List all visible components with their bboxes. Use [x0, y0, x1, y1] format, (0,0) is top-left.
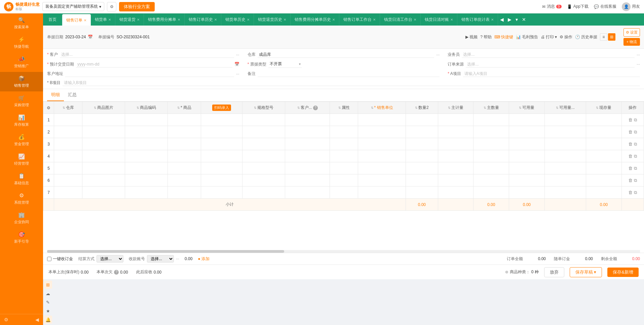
row-4-avail[interactable]	[509, 150, 545, 162]
row-6-stock[interactable]	[586, 174, 622, 187]
row-3-attr[interactable]	[330, 138, 358, 150]
row-3-stock[interactable]	[586, 138, 622, 150]
row-3-delete-icon[interactable]: 🗑	[628, 141, 633, 147]
customer-code-info-icon[interactable]: ?	[313, 106, 318, 110]
warehouse-dots[interactable]: ···	[436, 52, 440, 57]
row-4-delete-icon[interactable]: 🗑	[628, 154, 633, 159]
row-5-unit[interactable]	[358, 162, 406, 174]
row-4-code[interactable]	[125, 150, 168, 162]
calendar-icon[interactable]: 📅	[88, 35, 93, 39]
row-6-spec[interactable]	[242, 174, 285, 187]
product-sort-icon[interactable]: ⇅	[177, 106, 180, 110]
row-3-code[interactable]	[125, 138, 168, 150]
row-1-product[interactable]	[168, 114, 201, 126]
tab-sales-return-close-icon[interactable]: ✕	[108, 18, 111, 22]
row-6-delete-icon[interactable]: 🗑	[628, 178, 633, 183]
sidebar-item-inventory[interactable]: 📊 库存核算	[0, 111, 43, 130]
customer-code-sort-icon[interactable]: ⇅	[297, 106, 300, 110]
remark-input[interactable]	[258, 71, 440, 77]
tab-return-history[interactable]: 销货单历史 ✕	[221, 13, 254, 26]
sidebar-item-guide[interactable]: 🎯 新手引导	[0, 228, 43, 247]
row-1-spec[interactable]	[242, 114, 285, 126]
tab-cash-daily-workbench[interactable]: 钱货日清工作台 ✕	[380, 13, 421, 26]
row-1-main-unit[interactable]	[438, 114, 473, 126]
row-3-avail2[interactable]	[544, 138, 586, 150]
salesperson-dots[interactable]: ···	[637, 52, 640, 57]
right-panel-alert-icon[interactable]: 🔔	[44, 316, 52, 324]
current-credit-info-icon[interactable]: ?	[114, 270, 119, 275]
row-3-unit[interactable]	[358, 138, 406, 150]
row-3-customer-code[interactable]	[285, 138, 330, 150]
tab-sales-return[interactable]: 销货单 ✕	[91, 13, 115, 26]
right-panel-cloud-icon[interactable]: ☁	[44, 289, 52, 297]
row-3-copy-icon[interactable]: ⧉	[634, 141, 637, 147]
message-item[interactable]: ✉ 消息 9	[542, 4, 562, 9]
row-1-copy-icon[interactable]: ⧉	[634, 117, 637, 123]
sidebar-settings-icon[interactable]: ⚙	[4, 317, 8, 322]
tab-summary[interactable]: 汇总	[64, 89, 81, 101]
available-qty-sort-icon[interactable]: ⇅	[519, 106, 522, 110]
row-7-unit[interactable]	[358, 187, 406, 199]
user-item[interactable]: 👤 用友	[622, 2, 640, 11]
sidebar-item-basic-info[interactable]: 📋 基础信息	[0, 169, 43, 189]
row-1-avail2[interactable]	[544, 114, 586, 126]
row-1-qty2[interactable]	[406, 114, 438, 126]
salesperson-input[interactable]	[462, 51, 635, 58]
save-draft-btn[interactable]: 保存草稿 ▾	[570, 267, 602, 277]
row-6-copy-icon[interactable]: ⧉	[634, 178, 637, 183]
row-7-spec[interactable]	[242, 187, 285, 199]
row-4-stock[interactable]	[586, 150, 622, 162]
row-5-copy-icon[interactable]: ⧉	[634, 166, 637, 171]
table-scrollbar[interactable]	[47, 250, 640, 253]
history-btn[interactable]: 🕐 历史单据	[575, 34, 597, 40]
tab-cash-daily-reconcile-close-icon[interactable]: ✕	[450, 18, 453, 22]
tab-return-goods-history[interactable]: 销货退货历史 ✕	[254, 13, 291, 26]
address-dots[interactable]: ···	[236, 72, 239, 76]
invoice-type-select[interactable]: 不开票 ▾	[268, 60, 302, 68]
row-2-qty2[interactable]	[406, 126, 438, 138]
row-4-attr[interactable]	[330, 150, 358, 162]
row-5-product[interactable]	[168, 162, 201, 174]
help-btn[interactable]: ? 帮助	[480, 34, 492, 40]
tab-expense-split[interactable]: 销售费用分摊单 ✕	[144, 13, 185, 26]
tab-sales-return-goods-close-icon[interactable]: ✕	[137, 18, 140, 22]
right-panel-settings-icon[interactable]: ⊞	[44, 281, 52, 289]
main-unit-sort-icon[interactable]: ⇅	[448, 106, 451, 110]
row-7-avail[interactable]	[509, 187, 545, 199]
row-7-avail2[interactable]	[544, 187, 586, 199]
row-6-product[interactable]	[168, 174, 201, 187]
tab-return-goods-history-close-icon[interactable]: ✕	[283, 18, 286, 22]
tab-menu-btn[interactable]: ▾	[514, 17, 520, 22]
tab-sales-stats-close-icon[interactable]: ✕	[491, 18, 494, 22]
shortcut-btn[interactable]: ⌨ 快捷键	[494, 34, 513, 40]
sidebar-item-enterprise[interactable]: 🏢 企业协同	[0, 208, 43, 228]
row-5-main-qty[interactable]	[473, 162, 509, 174]
row-2-delete-icon[interactable]: 🗑	[628, 129, 633, 135]
row-5-avail2[interactable]	[544, 162, 586, 174]
discard-btn[interactable]: 放弃	[544, 267, 564, 277]
row-2-avail2[interactable]	[544, 126, 586, 138]
delivery-cal-icon[interactable]: 📅	[234, 62, 239, 67]
row-7-code[interactable]	[125, 187, 168, 199]
row-4-unit[interactable]	[358, 150, 406, 162]
row-1-avail[interactable]	[509, 114, 545, 126]
row-3-main-qty[interactable]	[473, 138, 509, 150]
spec-sort-icon[interactable]: ⇅	[254, 106, 257, 110]
order-source-input[interactable]	[466, 61, 635, 68]
row-7-delete-icon[interactable]: 🗑	[628, 190, 633, 195]
tab-order-history[interactable]: 销售订单历史 ✕	[185, 13, 221, 26]
row-1-customer-code[interactable]	[285, 114, 330, 126]
tab-home[interactable]: 首页	[43, 13, 62, 26]
sidebar-item-finance[interactable]: 💰 资金管理	[0, 130, 43, 150]
row-5-warehouse[interactable]	[54, 162, 82, 174]
row-1-delete-icon[interactable]: 🗑	[628, 117, 633, 123]
save-new-btn[interactable]: 保存&新增	[607, 268, 639, 277]
sidebar-collapse-icon[interactable]: ◀	[35, 317, 39, 322]
row-3-avail[interactable]	[509, 138, 545, 150]
row-1-unit[interactable]	[358, 114, 406, 126]
row-5-main-unit[interactable]	[438, 162, 473, 174]
print-btn[interactable]: 🖨 打印 ▾	[541, 34, 557, 40]
tab-expense-split-history[interactable]: 销售费用分摊单历史 ✕	[291, 13, 339, 26]
sidebar-item-search[interactable]: 🔍 搜索菜单	[0, 13, 43, 33]
row-7-attr[interactable]	[330, 187, 358, 199]
